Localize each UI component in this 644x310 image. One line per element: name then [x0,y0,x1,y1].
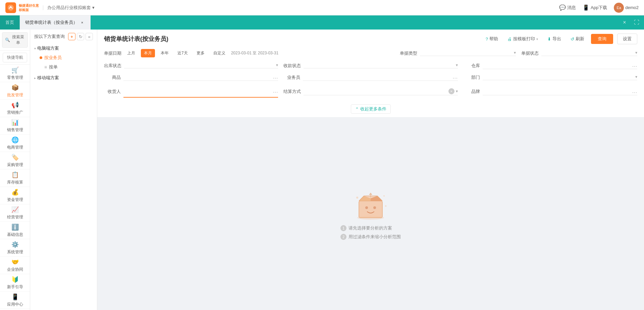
page-header: 销货单统计表(按业务员) ? 帮助 🖨 按模板打印 ▾ ⬇ 导出 [97,30,644,44]
sidebar-item-sales-label: 销售管理 [7,127,23,133]
sidebar-item-ecommerce[interactable]: 🌐 电商管理 [0,135,30,152]
date-btn-this-month[interactable]: 本月 [141,49,155,57]
empty-tip-1: 1 请先选择要分析的方案 [340,225,401,231]
goods-dots-icon[interactable]: … [273,74,278,80]
sidebar-item-purchase[interactable]: 🏷️ 采购管理 [0,152,30,169]
sidebar-item-appcenter-label: 应用中心 [7,302,23,307]
svg-point-5 [365,206,368,209]
consignee-input[interactable] [123,86,271,96]
top-header: 畅捷通好生意 标账版 办公用品行业模拟账套 ▾ 💬 消息 📱 App下载 Ea … [0,0,644,15]
tab-maximize-btn[interactable]: ⛶ [632,18,641,27]
wholesale-icon: 📦 [11,84,19,91]
download-icon: 📱 [583,4,589,11]
system-icon: ⚙️ [11,241,19,248]
sidebar-item-appcenter[interactable]: 📱 应用中心 [0,292,30,309]
out-status-input-wrap: ▾ [124,63,278,68]
consignee-dots-icon[interactable]: … [273,88,278,94]
date-btn-more[interactable]: 更多 [194,49,208,57]
user-area[interactable]: Ea demo2 [614,3,639,13]
brand-label: 品牌 [463,89,480,95]
brand-dots-icon[interactable]: … [632,88,637,94]
salesman-label: 业务员 [283,74,300,81]
empty-state: 1 请先选择要分析的方案 2 用过滤条件来缩小分析范围 [97,117,644,310]
settle-method-label: 结算方式 [283,89,301,95]
sidebar-item-wholesale[interactable]: 📦 批发管理 [0,82,30,100]
scheme-refresh-btn[interactable]: ↻ [77,33,84,40]
breadcrumb[interactable]: 办公用品行业模拟账套 ▾ [47,5,95,11]
scheme-item-by-order[interactable]: ≡ 按单 [30,62,97,72]
date-btn-this-year[interactable]: 本年 [158,49,172,57]
date-filter: 上月 本月 本年 近7天 更多 自定义 2023-03-01 至 2023-03… [124,49,278,57]
date-btn-7days[interactable]: 近7天 [174,49,191,57]
scheme-item-by-salesman[interactable]: 按业务员 [30,53,97,62]
header-right: 💬 消息 📱 App下载 Ea demo2 [559,3,639,13]
sidebar-search-btn[interactable]: 🔍 搜索菜单 [2,32,28,48]
sidebar-item-operations-label: 经营管理 [7,214,23,220]
refresh-btn[interactable]: ↺ 刷新 [568,35,587,43]
tab-bar-actions: × ⛶ [620,18,644,27]
tab-sales-stat[interactable]: 销货单统计表（按业务员） × [20,15,91,30]
sidebar-item-retail-label: 零售管理 [7,75,23,81]
filter-department: 部门 ▾ [463,74,637,81]
sidebar-item-system-label: 系统管理 [7,249,23,255]
template-print-btn[interactable]: 🖨 按模板打印 ▾ [505,35,541,43]
sidebar-item-enterprise[interactable]: 🤝 企业协同 [0,257,30,274]
sidebar-nav-area: 快捷导航 [0,51,30,65]
sidebar-item-finance[interactable]: 💰 资金管理 [0,187,30,204]
scheme-group-mobile-header[interactable]: ▸ 移动端方案 [30,73,97,83]
message-btn[interactable]: 💬 消息 [559,4,576,11]
warehouse-dots-icon[interactable]: … [632,62,637,68]
filter-area: 单据日期 上月 本月 本年 近7天 更多 自定义 2023-03-01 至 20… [97,44,644,102]
logo-icon [5,2,16,13]
sidebar-nav-btn[interactable]: 快捷导航 [3,53,27,62]
filter-row-1: 单据日期 上月 本月 本年 近7天 更多 自定义 2023-03-01 至 20… [104,49,637,57]
main-layout: 🔍 搜索菜单 快捷导航 🛒 零售管理 📦 批发管理 📢 营销推广 📊 销售管理 … [0,30,644,310]
settings-btn[interactable]: 设置 [617,34,637,44]
search-icon: 🔍 [5,38,10,42]
scheme-item-by-order-label: 按单 [49,64,58,70]
pay-status-chevron-icon: ▾ [456,63,458,67]
username-label: demo2 [625,5,639,10]
salesman-dots-icon[interactable]: … [452,74,458,80]
filter-pay-status: 收款状态 ▾ [283,63,458,69]
collapse-btn[interactable]: ⌃ 收起更多条件 [351,104,391,114]
tab-close-all-btn[interactable]: × [620,18,629,27]
warehouse-label: 仓库 [463,63,480,69]
operations-icon: 📈 [11,206,19,213]
collapse-area: ⌃ 收起更多条件 [97,102,644,117]
tip-num-2: 2 [340,234,346,240]
query-btn[interactable]: 查询 [591,34,613,44]
app-download-btn[interactable]: 📱 App下载 [583,4,607,11]
date-range: 2023-03-01 至 2023-03-31 [231,50,278,56]
sidebar-item-sales[interactable]: 📊 销售管理 [0,117,30,135]
scheme-add-btn[interactable]: + [68,33,75,40]
sidebar-item-retail[interactable]: 🛒 零售管理 [0,65,30,82]
warehouse-input-wrap: … [483,62,637,69]
sidebar-item-inventory[interactable]: 📋 库存核算 [0,169,30,187]
date-btn-last-month[interactable]: 上月 [124,49,138,57]
consignee-label: 收货人 [104,89,121,95]
date-btn-custom[interactable]: 自定义 [210,49,228,57]
page-title: 销货单统计表(按业务员) [104,35,168,43]
help-btn[interactable]: ? 帮助 [483,35,501,43]
goods-label: 商品 [104,74,121,81]
tab-close-btn[interactable]: × [79,20,85,25]
sidebar-item-operations[interactable]: 📈 经营管理 [0,204,30,222]
sidebar: 🔍 搜索菜单 快捷导航 🛒 零售管理 📦 批发管理 📢 营销推广 📊 销售管理 … [0,30,30,310]
svg-rect-3 [359,201,382,218]
newuser-icon: 🔰 [11,276,19,283]
salesman-input-wrap: … [303,74,458,81]
sidebar-item-newuser[interactable]: 🔰 新手引导 [0,274,30,292]
settle-method-input-wrap: × ▾ [304,88,458,95]
scheme-collapse-btn[interactable]: « [86,33,93,40]
sidebar-item-basic[interactable]: ℹ️ 基础信息 [0,222,30,239]
tab-home[interactable]: 首页 [0,15,20,30]
sidebar-item-system[interactable]: ⚙️ 系统管理 [0,239,30,257]
sidebar-item-marketing[interactable]: 📢 营销推广 [0,100,30,117]
mobile-group-label: 移动端方案 [37,75,59,81]
export-btn[interactable]: ⬇ 导出 [545,35,564,43]
scheme-group-pc-header[interactable]: ▾ 电脑端方案 [30,44,97,53]
tip-num-1: 1 [340,225,346,231]
settle-method-clear-btn[interactable]: × [448,88,454,94]
sidebar-item-marketing-label: 营销推广 [7,110,23,115]
